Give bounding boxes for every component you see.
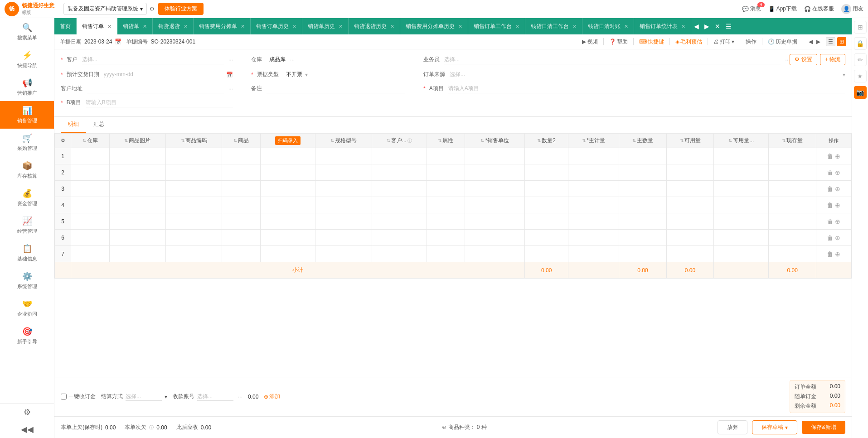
settings-btn[interactable]: ⚙ 设置 xyxy=(790,54,817,65)
tab-close-icon[interactable]: ✕ xyxy=(143,24,147,29)
print-dropdown-icon[interactable]: ▾ xyxy=(732,39,734,45)
tab-sales-invoice[interactable]: 销货单 ✕ xyxy=(117,18,153,34)
tab-fee-history[interactable]: 销售费用分摊单历史 ✕ xyxy=(400,18,468,34)
th-product[interactable]: ⇅商品 xyxy=(222,134,261,148)
row-copy-btn[interactable]: ⊕ xyxy=(835,250,840,258)
delivery-calendar-icon[interactable]: 📅 xyxy=(226,72,233,78)
tab-close-icon[interactable]: ✕ xyxy=(107,24,112,29)
tab-daily-account[interactable]: 钱货日清对账 ✕ xyxy=(582,18,634,34)
sidebar-item-search[interactable]: 🔍 搜索菜单 xyxy=(0,18,54,46)
app-selector[interactable]: 装备及固定资产辅助管理系统 ▾ xyxy=(63,3,147,15)
solution-button[interactable]: 体验行业方案 xyxy=(158,3,204,15)
th-spec[interactable]: ⇅规格型号 xyxy=(315,134,372,148)
account-dots-btn[interactable]: ··· xyxy=(238,394,242,400)
tab-return-history[interactable]: 销货退货历史 ✕ xyxy=(349,18,400,34)
calendar-icon[interactable]: 📅 xyxy=(115,39,121,45)
material-btn[interactable]: + 物流 xyxy=(820,54,845,65)
sidebar-item-sales[interactable]: 📊 销售管理 xyxy=(0,101,54,129)
row-delete-btn[interactable]: 🗑 xyxy=(827,169,833,176)
tab-invoice-history[interactable]: 销货单历史 ✕ xyxy=(302,18,349,34)
tab-detail[interactable]: 明细 xyxy=(61,117,86,133)
row-delete-btn[interactable]: 🗑 xyxy=(827,153,833,160)
tab-next-btn[interactable]: ▶ xyxy=(702,23,712,30)
row-copy-btn[interactable]: ⊕ xyxy=(835,185,840,193)
product-count-icon[interactable]: ⊕ xyxy=(442,424,446,430)
tab-close-all-btn[interactable]: ✕ xyxy=(712,23,723,30)
online-service-item[interactable]: 🎧 在线客服 xyxy=(804,5,834,13)
discard-button[interactable]: 放弃 xyxy=(718,420,747,434)
tab-close-icon[interactable]: ✕ xyxy=(572,24,577,29)
settlement-dropdown[interactable]: ▾ xyxy=(165,394,167,400)
tab-stats[interactable]: 销售订单统计表 ✕ xyxy=(634,18,691,34)
tab-prev-btn[interactable]: ◀ xyxy=(691,23,702,30)
tab-sales-return[interactable]: 销货退货 ✕ xyxy=(153,18,194,34)
tab-close-icon[interactable]: ✕ xyxy=(184,24,188,29)
one-click-label[interactable]: 一键收订金 xyxy=(61,393,96,400)
tab-home[interactable]: 首页 xyxy=(54,18,77,34)
row-copy-btn[interactable]: ⊕ xyxy=(835,218,840,225)
profit-link[interactable]: ◈ 毛利预估 xyxy=(675,38,702,46)
delivery-date-input[interactable] xyxy=(104,70,223,79)
tab-sales-order[interactable]: 销售订单 ✕ xyxy=(77,18,117,34)
th-available2[interactable]: ⇅可用量... xyxy=(714,134,769,148)
rs-lock-btn[interactable]: 🔒 xyxy=(854,37,867,50)
tab-close-icon[interactable]: ✕ xyxy=(390,24,394,29)
row-copy-btn[interactable]: ⊕ xyxy=(835,153,840,160)
owe-info-icon[interactable]: ⓘ xyxy=(149,424,154,431)
warehouse-dots-btn[interactable]: ··· xyxy=(290,57,295,63)
sidebar-item-nav[interactable]: ⚡ 快捷导航 xyxy=(0,46,54,73)
prev-record-btn[interactable]: ◀ xyxy=(809,39,813,45)
row-delete-btn[interactable]: 🗑 xyxy=(827,250,833,258)
sidebar-item-purchase[interactable]: 🛒 采购管理 xyxy=(0,129,54,156)
b-project-input[interactable] xyxy=(86,98,233,107)
note-input[interactable] xyxy=(267,84,405,93)
th-warehouse[interactable]: ⇅仓库 xyxy=(71,134,110,148)
rs-camera-btn[interactable]: 📷 xyxy=(854,86,867,99)
save-draft-button[interactable]: 保存草稿 ▾ xyxy=(752,420,797,434)
user-item[interactable]: 👤 用友 xyxy=(841,4,863,14)
account-input[interactable] xyxy=(197,392,233,401)
rs-edit-btn[interactable]: ✏ xyxy=(854,53,867,66)
sidebar-item-basic[interactable]: 📋 基础信息 xyxy=(0,239,54,267)
invoice-dropdown-icon[interactable]: ▾ xyxy=(305,72,308,78)
tab-close-icon[interactable]: ✕ xyxy=(624,24,628,29)
order-source-input[interactable] xyxy=(450,70,840,79)
gear-icon[interactable]: ⚙ xyxy=(150,6,155,12)
th-attr[interactable]: ⇅属性 xyxy=(427,134,465,148)
settlement-input[interactable] xyxy=(126,392,162,401)
th-main-qty[interactable]: ⇅主数量 xyxy=(619,134,667,148)
rs-star-btn[interactable]: ★ xyxy=(854,70,867,82)
address-input[interactable] xyxy=(87,84,224,93)
history-link[interactable]: 🕐 历史单据 xyxy=(768,38,797,46)
th-main-unit[interactable]: ⇅*主计量 xyxy=(568,134,619,148)
app-download-item[interactable]: 📱 App下载 xyxy=(768,5,797,13)
grid-view-btn[interactable]: ⊞ xyxy=(837,37,846,46)
next-record-btn[interactable]: ▶ xyxy=(816,39,820,45)
row-delete-btn[interactable]: 🗑 xyxy=(827,185,833,193)
tab-menu-btn[interactable]: ☰ xyxy=(723,23,734,30)
staff-input[interactable] xyxy=(444,55,781,64)
tab-daily-workbench[interactable]: 钱货日清工作台 ✕ xyxy=(525,18,582,34)
help-link[interactable]: ❓ 帮助 xyxy=(609,38,628,46)
tab-close-icon[interactable]: ✕ xyxy=(292,24,296,29)
row-delete-btn[interactable]: 🗑 xyxy=(827,234,833,241)
row-copy-btn[interactable]: ⊕ xyxy=(835,234,840,241)
th-image[interactable]: ⇅商品图片 xyxy=(109,134,165,148)
th-customer-code[interactable]: ⇅客户...ⓘ xyxy=(372,134,427,148)
th-code[interactable]: ⇅商品编码 xyxy=(166,134,222,148)
customer-input[interactable] xyxy=(82,55,224,64)
sidebar-item-management[interactable]: 📈 经营管理 xyxy=(0,212,54,239)
tab-sales-order-history[interactable]: 销售订单历史 ✕ xyxy=(251,18,302,34)
sidebar-collapse-btn[interactable]: ◀◀ xyxy=(0,421,54,438)
operation-link[interactable]: 操作 xyxy=(746,38,756,46)
tab-close-icon[interactable]: ✕ xyxy=(241,24,245,29)
row-delete-btn[interactable]: 🗑 xyxy=(827,218,833,225)
row-delete-btn[interactable]: 🗑 xyxy=(827,202,833,209)
sidebar-item-inventory[interactable]: 📦 库存核算 xyxy=(0,156,54,184)
th-settings[interactable]: ⚙ xyxy=(55,134,71,148)
sidebar-item-finance[interactable]: 💰 资金管理 xyxy=(0,184,54,212)
address-dots-btn[interactable]: ··· xyxy=(228,86,233,92)
one-click-checkbox[interactable] xyxy=(61,394,67,399)
row-copy-btn[interactable]: ⊕ xyxy=(835,169,840,176)
th-available[interactable]: ⇅可用量 xyxy=(666,134,714,148)
